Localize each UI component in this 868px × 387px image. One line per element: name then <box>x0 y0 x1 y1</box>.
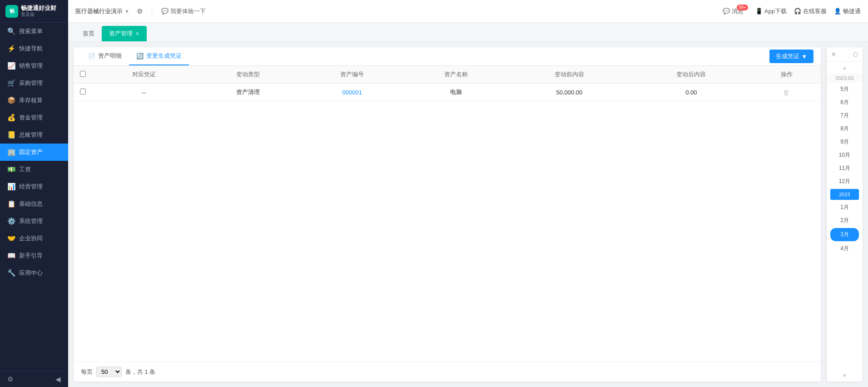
sidebar-item-payroll[interactable]: 💵 工资 <box>0 161 68 178</box>
tab-home[interactable]: 首页 <box>75 26 102 41</box>
message-icon: 💬 <box>723 8 730 15</box>
customer-service-btn[interactable]: 🎧 在线客服 <box>794 7 827 15</box>
sidebar-item-quick-nav[interactable]: ⚡ 快捷导航 <box>0 40 68 57</box>
tab-asset-mgmt[interactable]: 资产管理 ✕ <box>102 26 147 41</box>
inventory-icon: 📦 <box>7 96 15 104</box>
row-checkbox[interactable] <box>80 89 86 94</box>
sidebar-item-inventory[interactable]: 📦 库存核算 <box>0 92 68 109</box>
timeline-month-6[interactable]: 6月 <box>827 96 863 109</box>
app-download-btn[interactable]: 📱 App下载 <box>755 7 787 15</box>
search-icon: 🔍 <box>7 27 15 35</box>
sub-tab-change-voucher[interactable]: 🔄 变更生成凭证 <box>129 47 189 65</box>
sidebar-item-ledger[interactable]: 📒 总账管理 <box>0 126 68 144</box>
app-center-icon: 🔧 <box>7 269 15 277</box>
sidebar-item-fixed-assets[interactable]: 🏢 固定资产 <box>0 144 68 161</box>
logo-name: 畅捷通好业财 <box>21 5 56 12</box>
sidebar-item-search[interactable]: 🔍 搜索菜单 <box>0 23 68 40</box>
timeline-current-month-3[interactable]: 3月 <box>830 228 859 241</box>
sidebar-item-guide[interactable]: 📖 新手引导 <box>0 247 68 264</box>
sidebar-item-purchase[interactable]: 🛒 采购管理 <box>0 74 68 92</box>
timeline-year-current-tag: 2023 <box>830 189 859 200</box>
sidebar: 畅 畅捷通好业财 普及版 🔍 搜索菜单 ⚡ 快捷导航 📈 销售管理 🛒 采购管理… <box>0 0 68 387</box>
funds-icon: 💰 <box>7 114 15 122</box>
enterprise-icon: 🤝 <box>7 234 15 243</box>
delete-icon[interactable]: 🗑 <box>783 89 790 96</box>
per-page-select[interactable]: 50 10 20 100 <box>96 367 122 377</box>
table-header-row: 对应凭证 变动类型 资产编号 资产名称 变动前内容 变动后内容 操作 <box>74 66 821 84</box>
topbar-divider <box>152 7 152 16</box>
th-operation: 操作 <box>752 66 821 84</box>
timeline-close-icon[interactable]: ✕ <box>831 51 836 58</box>
sidebar-item-operations[interactable]: 📊 经营管理 <box>0 178 68 195</box>
th-change-type: 变动类型 <box>196 66 300 84</box>
th-before-change: 变动前内容 <box>508 66 630 84</box>
sidebar-item-funds[interactable]: 💰 资金管理 <box>0 109 68 126</box>
timeline-header: ✕ ⬡ <box>827 47 863 62</box>
topbar: 医疗器械行业演示 ▼ ⚙ 💬 我要体验一下 💬 消息 99+ 📱 App下载 🎧… <box>68 0 868 23</box>
tab-close-icon[interactable]: ✕ <box>135 31 139 37</box>
guide-icon: 📖 <box>7 252 15 260</box>
table-row: -- 资产清理 000001 电脑 50,000.00 0.00 🗑 <box>74 84 821 101</box>
row-operation: 🗑 <box>752 84 821 101</box>
timeline-expand-icon[interactable]: ⬡ <box>853 51 858 58</box>
sidebar-bottom: ⚙ ◀ <box>0 371 68 387</box>
timeline-panel: ✕ ⬡ ▲ 2023.03 5月 6月 7月 8月 9月 10月 11月 12月… <box>826 47 863 382</box>
topbar-right: 💬 消息 99+ 📱 App下载 🎧 在线客服 👤 畅捷通 <box>723 7 861 15</box>
fixed-assets-icon: 🏢 <box>7 148 15 156</box>
timeline-current-month-4[interactable]: 4月 <box>827 242 863 255</box>
timeline-month-9[interactable]: 9月 <box>827 135 863 149</box>
th-asset-name: 资产名称 <box>404 66 508 84</box>
sidebar-logo: 畅 畅捷通好业财 普及版 <box>0 0 68 23</box>
company-dropdown-arrow: ▼ <box>124 9 129 14</box>
purchase-icon: 🛒 <box>7 79 15 87</box>
sidebar-item-enterprise[interactable]: 🤝 企业协同 <box>0 230 68 247</box>
user-avatar-icon: 👤 <box>834 8 841 15</box>
timeline-scroll: 2023.03 5月 6月 7月 8月 9月 10月 11月 12月 2023 … <box>827 74 863 370</box>
messages-badge: 99+ <box>737 5 748 10</box>
timeline-month-10[interactable]: 10月 <box>827 149 863 162</box>
timeline-current-month-1[interactable]: 1月 <box>827 201 863 214</box>
timeline-current-month-2[interactable]: 2月 <box>827 214 863 227</box>
settings-gear-icon[interactable]: ⚙ <box>137 7 143 15</box>
generate-btn-arrow: ▼ <box>801 53 807 60</box>
base-info-icon: 📋 <box>7 200 15 208</box>
settings-icon[interactable]: ⚙ <box>7 375 13 383</box>
sales-icon: 📈 <box>7 62 15 70</box>
timeline-month-5[interactable]: 5月 <box>827 83 863 96</box>
timeline-month-12[interactable]: 12月 <box>827 175 863 188</box>
timeline-month-8[interactable]: 8月 <box>827 122 863 135</box>
change-icon: 🔄 <box>136 53 144 60</box>
th-voucher: 对应凭证 <box>92 66 196 84</box>
sidebar-item-base-info[interactable]: 📋 基础信息 <box>0 195 68 213</box>
pagination: 每页 50 10 20 100 条，共 1 条 <box>74 362 821 382</box>
lightning-icon: ⚡ <box>7 45 15 53</box>
sidebar-item-system[interactable]: ⚙️ 系统管理 <box>0 213 68 230</box>
timeline-month-7[interactable]: 7月 <box>827 109 863 122</box>
company-selector[interactable]: 医疗器械行业演示 ▼ <box>75 7 129 15</box>
user-menu[interactable]: 👤 畅捷通 <box>834 7 861 15</box>
headset-icon: 🎧 <box>794 8 801 15</box>
sidebar-nav: 🔍 搜索菜单 ⚡ 快捷导航 📈 销售管理 🛒 采购管理 📦 库存核算 💰 资金管… <box>0 23 68 371</box>
timeline-scroll-up[interactable]: ▲ <box>827 62 863 74</box>
payroll-icon: 💵 <box>7 165 15 174</box>
sidebar-item-app-center[interactable]: 🔧 应用中心 <box>0 264 68 282</box>
sub-tabs-bar: 📄 资产明细 🔄 变更生成凭证 生成凭证 ▼ <box>74 47 821 66</box>
company-name: 医疗器械行业演示 <box>75 7 123 15</box>
total-count: 条，共 1 条 <box>125 368 155 376</box>
sidebar-item-sales[interactable]: 📈 销售管理 <box>0 57 68 74</box>
experience-btn[interactable]: 💬 我要体验一下 <box>161 7 206 15</box>
sub-tab-asset-detail[interactable]: 📄 资产明细 <box>81 47 129 65</box>
logo-icon: 畅 <box>5 5 18 18</box>
messages-btn[interactable]: 💬 消息 99+ <box>723 7 744 15</box>
system-icon: ⚙️ <box>7 217 15 225</box>
select-all-checkbox[interactable] <box>80 71 86 77</box>
table-wrapper: 对应凭证 变动类型 资产编号 资产名称 变动前内容 变动后内容 操作 <box>74 66 821 362</box>
timeline-month-11[interactable]: 11月 <box>827 162 863 175</box>
timeline-year-prev: 2023.03 <box>827 74 863 83</box>
generate-voucher-button[interactable]: 生成凭证 ▼ <box>769 50 813 63</box>
row-asset-code: 000001 <box>300 84 404 101</box>
row-asset-name: 电脑 <box>404 84 508 101</box>
row-after-change: 0.00 <box>630 84 753 101</box>
collapse-icon[interactable]: ◀ <box>55 375 61 383</box>
timeline-scroll-down[interactable]: ▼ <box>827 370 863 382</box>
